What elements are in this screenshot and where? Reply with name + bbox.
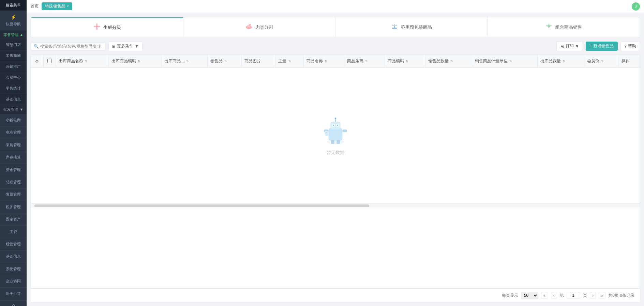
sidebar-item-general-ledger[interactable]: 总账管理 [0,176,27,188]
th-member-price[interactable]: 会员价 ⇅ [584,55,619,68]
prev-page-button[interactable]: ‹ [551,292,557,299]
first-page-button[interactable]: « [541,292,548,299]
retail-mgmt-label: 零售管理 [3,32,18,37]
sort-icon: ⇅ [509,60,512,63]
page-size-select[interactable]: 10 20 50 100 [521,292,538,299]
retail-mgmt-chevron-icon: ▲ [20,33,24,37]
svg-rect-36 [331,140,334,144]
th-out-product-spec[interactable]: 出库商品... ⇅ [162,55,207,68]
print-chevron-icon: ▼ [575,44,579,49]
th-settings[interactable]: ⚙ [31,55,43,68]
sidebar-item-finance[interactable]: 资金管理 [0,164,27,176]
search-input[interactable] [40,44,103,49]
tab-meat-cut[interactable]: 肉类分割 [183,17,336,37]
sidebar-item-enterprise[interactable]: 企业协同 [0,275,27,288]
th-out-product-name[interactable]: 出库商品名称 ⇅ [56,55,108,68]
sidebar-item-inventory[interactable]: 库存核算 [0,151,27,164]
sidebar-item-quick-nav[interactable]: ⚡ 快捷导航 [0,11,27,30]
th-out-qty[interactable]: 出库品数量 ⇅ [537,55,584,68]
tab-fresh-grade[interactable]: 生鲜分级 [31,17,183,37]
search-icon: 🔍 [34,44,39,49]
sidebar-sub-retail-stats[interactable]: 零售统计 [0,83,27,94]
sidebar-item-batch-mgmt[interactable]: 批发管理 ▼ [0,105,27,114]
sort-icon: ⇅ [138,60,140,63]
settings-icon: ⚙ [35,59,39,64]
tab-weigh-prepack[interactable]: 称重预包装商品 [335,17,488,37]
content-area: 生鲜分级 肉类分割 [27,13,644,306]
th-out-product-code[interactable]: 出库商品编码 ⇅ [108,55,161,68]
sidebar-item-ops-mgmt[interactable]: 经营管理 [0,238,27,250]
svg-rect-37 [336,140,340,144]
th-checkbox[interactable] [43,55,56,68]
weigh-prepack-icon [391,23,398,31]
sidebar-item-purchase[interactable]: 采购管理 [0,139,27,151]
sidebar-item-tax[interactable]: 税务管理 [0,201,27,213]
horizontal-scrollbar-thumb[interactable] [34,204,369,207]
horizontal-scrollbar[interactable] [31,203,640,208]
sidebar-item-fixed-assets[interactable]: 固定资产 [0,213,27,226]
sort-icon: ⇅ [563,60,565,63]
svg-point-12 [392,25,393,26]
sidebar-item-wages[interactable]: 工资 [0,226,27,238]
page-number-input[interactable] [567,292,580,299]
svg-point-27 [336,125,338,126]
new-sale-item-button[interactable]: + 新增销售品 [586,42,618,51]
th-main-weight[interactable]: 主量 ⇅ [275,55,304,68]
sidebar-item-system-mgmt[interactable]: 系统管理 [0,263,27,275]
last-page-button[interactable]: » [599,292,606,299]
th-sale-qty[interactable]: 销售品数量 ⇅ [425,55,472,68]
product-type-tabs: 生鲜分级 肉类分割 [31,17,640,37]
sidebar-sub-retail-mall[interactable]: 零售商城 [0,50,27,61]
sort-icon: ⇅ [85,60,88,63]
topbar-home-link[interactable]: 首页 [31,3,39,9]
topbar: 首页 特殊销售品 × U [27,0,644,13]
topbar-right: U [632,2,640,11]
svg-point-29 [334,118,336,119]
sort-icon: ⇅ [288,60,291,63]
next-page-button[interactable]: › [590,292,596,299]
topbar-close-icon[interactable]: × [67,4,69,8]
th-action: 操作 [618,55,640,68]
sort-icon: ⇅ [450,60,453,63]
sidebar-item-basic-info2[interactable]: 基础信息 [0,250,27,263]
search-box[interactable]: 🔍 [31,42,106,50]
sidebar-item-ecommerce[interactable]: 电商管理 [0,126,27,139]
toolbar-right: 🖨 打印 ▼ + 新增销售品 ? 帮助 [556,41,640,51]
th-product-name[interactable]: 商品名称 ⇅ [303,55,344,68]
print-button[interactable]: 🖨 打印 ▼ [556,41,583,51]
sidebar-item-miniapp[interactable]: 小畅电商 [0,114,27,126]
tab-combo-sale[interactable]: 组合商品销售 [488,17,640,37]
sidebar-sub-marketing[interactable]: 营销推广 [0,61,27,72]
th-sale-product[interactable]: 销售品 ⇅ [207,55,242,68]
th-product-image[interactable]: 商品图片 [242,55,275,68]
sidebar-item-invoice[interactable]: 发票管理 [0,188,27,201]
sidebar-sub-smart-store[interactable]: 智慧门店 [0,40,27,50]
page-label-suffix: 页 [583,293,587,299]
sidebar-item-retail-mgmt[interactable]: 零售管理 ▲ [0,30,27,40]
help-button[interactable]: ? 帮助 [620,41,640,51]
svg-rect-23 [330,122,340,129]
sidebar-logo[interactable]: 搜索菜单 [0,0,27,11]
th-product-barcode[interactable]: 商品条码 ⇅ [344,55,385,68]
svg-point-2 [96,28,98,30]
total-label: 共0页 0条记录 [608,293,634,299]
sidebar-sub-member-center[interactable]: 会员中心 [0,72,27,83]
svg-point-7 [249,24,251,26]
empty-state: 暂无数据 [31,88,640,183]
topbar-active-tab[interactable]: 特殊销售品 × [42,2,72,10]
quick-nav-icon: ⚡ [11,14,16,21]
sidebar-item-newbie[interactable]: 新手引导 [0,288,27,300]
th-product-code[interactable]: 商品编码 ⇅ [385,55,425,68]
sidebar-sub-basic-info[interactable]: 基础信息 [0,94,27,105]
tab-combo-sale-label: 组合商品销售 [555,24,582,30]
batch-mgmt-chevron-icon: ▼ [20,107,24,111]
svg-rect-22 [328,128,342,141]
th-sale-unit[interactable]: 销售商品计量单位 ⇅ [472,55,537,68]
data-table-container: ⚙ 出库商品名称 ⇅ 出库商品编码 ⇅ [31,55,640,289]
combo-sale-icon [545,23,553,31]
user-avatar[interactable]: U [632,2,640,11]
select-all-checkbox[interactable] [47,59,52,63]
svg-rect-9 [394,26,395,28]
sidebar-gear-button[interactable]: ⚙ [0,300,27,306]
filter-button[interactable]: ⊞ 更多条件 ▼ [108,41,143,51]
